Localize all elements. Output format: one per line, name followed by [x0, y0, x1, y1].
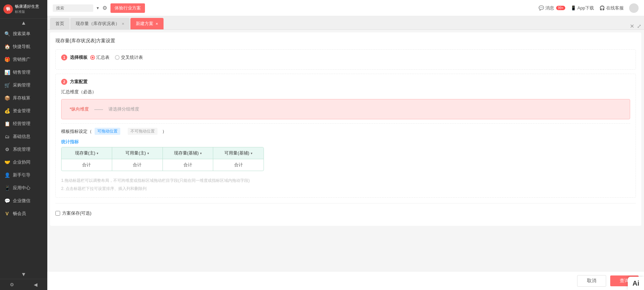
messages-button[interactable]: 💬 消息 99+ [539, 5, 565, 11]
fixed-tag: 不可拖动位置 [128, 128, 157, 135]
stats-table-header: 现存量(主) ▾ 可用量(主) ▾ 现存量(基辅) ▾ [61, 147, 264, 159]
sidebar-item-membership[interactable]: V 畅会员 [0, 207, 47, 220]
col4-cell: 合计 [213, 159, 264, 171]
sidebar-item-enterprise-wechat-label: 企业微信 [13, 198, 30, 204]
inventory-icon: 📦 [4, 95, 10, 101]
tab-inventory-status[interactable]: 现存量（库存状况表） ✕ [70, 18, 130, 29]
messages-badge: 99+ [556, 6, 565, 10]
tab-inventory-status-label: 现存量（库存状况表） [76, 21, 120, 27]
dimension-dash: —— [94, 107, 103, 112]
tip-item-2: 2. 点击标题栏下拉可设置排序、插入列和删除列 [61, 185, 630, 193]
settings-panel: 现存量(库存状况表)方案设置 1 选择模板 汇总表 交叉统计表 [50, 32, 641, 226]
new-guide-icon: 👤 [4, 172, 10, 178]
indicators-close: ） [162, 128, 167, 135]
sidebar-item-basic-info[interactable]: 🗂 基础信息 [0, 130, 47, 143]
sidebar-item-quick-nav-label: 快捷导航 [13, 44, 30, 50]
sidebar-item-purchase[interactable]: 🛒 采购管理 [0, 79, 47, 92]
col1-chevron-icon: ▾ [97, 151, 98, 155]
sidebar: 畅 畅康通好生意 标准版 ▲ 🔍 搜索菜单 🏠 快捷导航 🎁 营销推广 📊 销售… [0, 0, 47, 290]
col4-header[interactable]: 可用量(基辅) ▾ [213, 147, 264, 159]
user-avatar[interactable] [629, 3, 639, 13]
sidebar-item-purchase-label: 采购管理 [13, 82, 30, 88]
sidebar-item-basic-info-label: 基础信息 [13, 134, 30, 140]
col2-header-label: 可用量(主) [125, 150, 146, 156]
tips-area: 1.拖动标题栏可以调整布局，不可跨维度或指标区域拖动栏目字段(只能在同一维度或指… [61, 176, 630, 193]
col2-header[interactable]: 可用量(主) ▾ [112, 147, 163, 159]
sidebar-item-marketing[interactable]: 🎁 营销推广 [0, 53, 47, 66]
messages-label: 消息 [545, 5, 554, 11]
sidebar-item-search-menu[interactable]: 🔍 搜索菜单 [0, 27, 47, 40]
app-name: 畅康通好生意 [15, 4, 39, 9]
sidebar-item-finance[interactable]: 💰 资金管理 [0, 104, 47, 117]
logo-icon: 畅 [3, 4, 13, 14]
col3-header[interactable]: 现存量(基辅) ▾ [163, 147, 214, 159]
template-radio-group: 汇总表 交叉统计表 [90, 54, 143, 61]
radio-summary-dot [90, 55, 95, 60]
stats-section-label: 统计指标 [61, 139, 264, 145]
topbar-dropdown-icon[interactable]: ▾ [97, 5, 99, 10]
stats-table-body: 合计 合计 合计 合计 [61, 159, 264, 171]
membership-icon: V [4, 211, 10, 217]
section1-number: 1 [61, 54, 67, 61]
app-name-block: 畅康通好生意 标准版 [15, 4, 39, 14]
tabbar: 首页 现存量（库存状况表） ✕ 新建方案 ✕ ✕ ⤢ [47, 16, 644, 30]
sidebar-item-contracts[interactable]: 🤝 企业协同 [0, 156, 47, 169]
tab-home-label: 首页 [55, 21, 64, 27]
sidebar-item-sales[interactable]: 📊 销售管理 [0, 66, 47, 79]
radio-cross[interactable]: 交叉统计表 [115, 54, 143, 61]
tab-home[interactable]: 首页 [50, 18, 70, 29]
panel-title: 现存量(库存状况表)方案设置 [55, 38, 636, 44]
tab-new-plan[interactable]: 新建方案 ✕ [130, 18, 164, 29]
sidebar-item-finance-label: 资金管理 [13, 108, 30, 114]
enterprise-wechat-icon: 💬 [4, 198, 10, 204]
col4-chevron-icon: ▾ [251, 151, 252, 155]
col2-cell: 合计 [112, 159, 163, 171]
sidebar-item-inventory-label: 库存核算 [13, 95, 30, 101]
ai-badge[interactable]: Ai [628, 277, 644, 290]
search-input[interactable] [53, 4, 93, 12]
sidebar-item-inventory[interactable]: 📦 库存核算 [0, 92, 47, 104]
col3-cell: 合计 [163, 159, 214, 171]
sidebar-scroll-up[interactable]: ▲ [0, 19, 47, 27]
tab-new-plan-close-icon[interactable]: ✕ [155, 22, 158, 26]
dimension-placeholder: 请选择分组维度 [108, 106, 139, 112]
app-download-button[interactable]: 📱 App下载 [571, 5, 594, 11]
save-checkbox[interactable] [55, 211, 60, 216]
cancel-button[interactable]: 取消 [577, 275, 606, 287]
headset-icon: 🎧 [599, 5, 605, 10]
sales-icon: 📊 [4, 69, 10, 75]
finance-icon: 💰 [4, 108, 10, 114]
topbar-right: 💬 消息 99+ 📱 App下载 🎧 在线客服 [539, 3, 639, 13]
divider1 [61, 123, 630, 124]
tab-expand-icon[interactable]: ⤢ [637, 23, 641, 29]
sidebar-item-app-center[interactable]: 📱 应用中心 [0, 182, 47, 194]
topbar-gear-icon[interactable]: ⚙ [102, 5, 107, 11]
sidebar-item-enterprise-wechat[interactable]: 💬 企业微信 [0, 194, 47, 207]
dimension-box: *纵向维度 —— 请选择分组维度 [61, 99, 630, 119]
section2-number: 2 [61, 79, 67, 85]
sidebar-item-app-center-label: 应用中心 [13, 185, 30, 191]
col3-header-label: 现存量(基辅) [174, 150, 199, 156]
purchase-icon: 🛒 [4, 82, 10, 88]
sidebar-item-system[interactable]: ⚙ 系统管理 [0, 143, 47, 156]
sidebar-item-new-guide[interactable]: 👤 新手引导 [0, 169, 47, 182]
main-area: ▾ ⚙ 体验行业方案 💬 消息 99+ 📱 App下载 🎧 在线客服 首页 [47, 0, 644, 290]
sidebar-item-new-guide-label: 新手引导 [13, 172, 30, 178]
system-icon: ⚙ [4, 146, 10, 152]
sidebar-bottom: ⚙ ◀ [0, 279, 47, 290]
tab-close-panel-icon[interactable]: ✕ [630, 23, 634, 29]
trial-button[interactable]: 体验行业方案 [110, 3, 145, 13]
online-service-button[interactable]: 🎧 在线客服 [599, 5, 624, 11]
sidebar-settings-btn[interactable]: ⚙ [10, 282, 14, 287]
tab-inventory-close-icon[interactable]: ✕ [122, 22, 124, 26]
tip-1-text: 1.拖动标题栏可以调整布局，不可跨维度或指标区域拖动栏目字段(只能在同一维度或指… [61, 176, 250, 185]
col1-header[interactable]: 现存量(主) ▾ [61, 147, 112, 159]
vertical-dimension-label: *纵向维度 [70, 106, 89, 112]
tab-new-plan-label: 新建方案 [136, 21, 153, 27]
sidebar-item-operations[interactable]: 📋 经营管理 [0, 117, 47, 130]
sidebar-collapse-btn[interactable]: ◀ [34, 282, 38, 287]
radio-summary[interactable]: 汇总表 [90, 54, 109, 61]
sidebar-scroll-down[interactable]: ▼ [0, 270, 47, 279]
sidebar-item-quick-nav[interactable]: 🏠 快捷导航 [0, 40, 47, 53]
radio-cross-label: 交叉统计表 [121, 54, 143, 61]
